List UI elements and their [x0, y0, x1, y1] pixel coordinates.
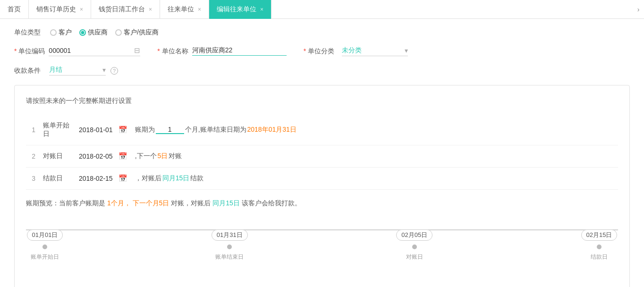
unit-category-select[interactable]: 未分类 ▾ [342, 46, 408, 56]
tab-arrow-right[interactable]: › [633, 0, 644, 19]
unit-code-icon[interactable]: ⊟ [134, 46, 140, 55]
unit-fields-row: 单位编码 ⊟ 单位名称 单位分类 未分类 ▾ [14, 46, 630, 56]
tl-label-4: 结款日 [591, 253, 608, 261]
timeline: 01月01日 账单开始日 01月31日 账单结束日 [26, 222, 618, 280]
tab-sales-order-close[interactable]: × [80, 6, 83, 13]
timeline-point-4: 02月15日 结款日 [580, 229, 618, 261]
tab-sales-order-label: 销售订单历史 [36, 5, 76, 14]
tl-badge-3: 02月05日 [396, 229, 432, 241]
tab-cash-ledger-label: 钱货日清工作台 [99, 5, 145, 14]
unit-name-input[interactable] [192, 47, 287, 54]
row-date-wrapper-2: 2018-02-05 📅 [79, 152, 127, 160]
tab-bar: 首页 销售订单历史 × 钱货日清工作台 × 往来单位 × 编辑往来单位 × › [0, 0, 644, 19]
unit-category-value: 未分类 [342, 46, 403, 55]
radio-customer-label: 客户 [59, 28, 72, 37]
row-label-2: 对账日 [43, 152, 71, 160]
preview-section: 账期预览：当前客户账期是 1个月， 下一个月5日 对账，对账后 同月15日 该客… [26, 190, 618, 280]
timeline-point-1: 01月01日 账单开始日 [26, 229, 64, 261]
row-calendar-1[interactable]: 📅 [119, 126, 127, 134]
tl-dot-3 [412, 245, 417, 249]
payment-condition-label: 收款条件 [14, 67, 41, 75]
setting-row-1: 1 账单开始日 2018-01-01 📅 账期为 个月,账单结束日期为 2018… [26, 115, 618, 145]
row-desc-suffix-1: 个月,账单结束日期为 [185, 126, 246, 134]
unit-code-block: 单位编码 ⊟ [14, 46, 140, 56]
row-date-1: 2018-01-01 [79, 126, 113, 134]
unit-category-chevron: ▾ [405, 47, 408, 54]
main-content: 单位类型 客户 供应商 客户/供应商 单位编码 ⊟ 单位名 [0, 19, 644, 287]
row-num-3: 3 [26, 175, 35, 182]
timeline-points: 01月01日 账单开始日 01月31日 账单结束日 [26, 229, 618, 261]
tab-edit-partner-close[interactable]: × [260, 6, 263, 13]
tab-home-label: 首页 [8, 5, 21, 14]
tab-sales-order[interactable]: 销售订单历史 × [29, 0, 91, 19]
row-desc-prefix-1: 账期为 [135, 126, 155, 134]
row-calendar-3[interactable]: 📅 [119, 174, 127, 183]
unit-code-label: 单位编码 [14, 47, 45, 56]
settings-card: 请按照未来的一个完整帐期进行设置 1 账单开始日 2018-01-01 📅 账期… [14, 85, 630, 287]
payment-condition-select[interactable]: 月结 ▾ [49, 66, 106, 76]
radio-both-label: 客户/供应商 [124, 28, 159, 37]
unit-type-label: 单位类型 [14, 28, 41, 37]
radio-supplier[interactable]: 供应商 [79, 28, 108, 37]
unit-name-input-wrapper [192, 47, 287, 56]
unit-name-block: 单位名称 [157, 47, 286, 56]
timeline-point-3: 02月05日 对账日 [396, 229, 433, 261]
month-input[interactable] [156, 126, 184, 134]
radio-customer-circle [50, 29, 57, 36]
row-calendar-2[interactable]: 📅 [119, 152, 127, 160]
tab-partner-units[interactable]: 往来单位 × [160, 0, 209, 19]
tab-edit-partner[interactable]: 编辑往来单位 × [209, 0, 271, 19]
radio-both-circle [115, 29, 122, 36]
tab-cash-ledger-close[interactable]: × [149, 6, 152, 13]
tl-badge-2: 01月31日 [212, 229, 248, 241]
row-highlight-1: 2018年01月31日 [247, 126, 297, 134]
unit-code-input[interactable] [49, 47, 131, 54]
row-highlight-3: 同月15日 [162, 174, 190, 183]
preview-prefix: 账期预览：当前客户账期是 [26, 199, 105, 207]
preview-part2: 下一个月5日 [133, 199, 169, 207]
question-icon[interactable]: ? [110, 67, 118, 75]
tab-home[interactable]: 首页 [0, 0, 29, 19]
radio-customer[interactable]: 客户 [50, 28, 72, 37]
radio-supplier-label: 供应商 [88, 28, 108, 37]
row-date-wrapper-3: 2018-02-15 📅 [79, 174, 127, 183]
tl-badge-4: 02月15日 [581, 229, 618, 241]
unit-type-row: 单位类型 客户 供应商 客户/供应商 [14, 28, 630, 37]
radio-both[interactable]: 客户/供应商 [115, 28, 159, 37]
row-date-wrapper-1: 2018-01-01 📅 [79, 126, 127, 134]
tl-label-3: 对账日 [406, 253, 423, 261]
tl-dot-4 [597, 245, 602, 249]
row-desc-prefix-3: ，对账后 [135, 174, 161, 183]
preview-text: 账期预览：当前客户账期是 1个月， 下一个月5日 对账，对账后 同月15日 该客… [26, 199, 618, 208]
row-desc-comma-2: ,下一个 [135, 152, 157, 160]
timeline-point-2: 01月31日 账单结束日 [211, 229, 248, 261]
row-desc-suffix-3: 结款 [190, 174, 203, 183]
preview-part1: 1个月， [107, 199, 131, 207]
unit-category-label: 单位分类 [304, 47, 334, 56]
tab-edit-partner-label: 编辑往来单位 [217, 5, 256, 14]
tl-dot-1 [42, 245, 47, 249]
tab-cash-ledger[interactable]: 钱货日清工作台 × [91, 0, 160, 19]
setting-row-2: 2 对账日 2018-02-05 📅 ,下一个 5日 对账 [26, 145, 618, 168]
row-date-3: 2018-02-15 [79, 175, 113, 182]
setting-row-3: 3 结款日 2018-02-15 📅 ，对账后 同月15日 结款 [26, 168, 618, 190]
row-label-1: 账单开始日 [43, 121, 71, 138]
row-num-2: 2 [26, 152, 35, 160]
row-desc-1: 账期为 个月,账单结束日期为 2018年01月31日 [135, 126, 297, 134]
payment-row: 收款条件 月结 ▾ ? [14, 66, 630, 76]
payment-condition-value: 月结 [49, 66, 101, 74]
tab-partner-units-label: 往来单位 [168, 5, 194, 14]
row-desc-suffix-2: 对账 [169, 152, 182, 160]
radio-group: 客户 供应商 客户/供应商 [50, 28, 159, 37]
row-date-2: 2018-02-05 [79, 152, 113, 160]
row-desc-2: ,下一个 5日 对账 [135, 152, 182, 160]
preview-part4: 同月15日 [212, 199, 240, 207]
row-num-1: 1 [26, 126, 35, 134]
row-highlight-2: 5日 [158, 152, 168, 160]
tl-label-2: 账单结束日 [215, 253, 244, 261]
tab-partner-units-close[interactable]: × [198, 6, 201, 13]
tl-label-1: 账单开始日 [31, 253, 59, 261]
tl-badge-1: 01月01日 [27, 229, 63, 241]
row-desc-3: ，对账后 同月15日 结款 [135, 174, 204, 183]
row-label-3: 结款日 [43, 174, 71, 183]
